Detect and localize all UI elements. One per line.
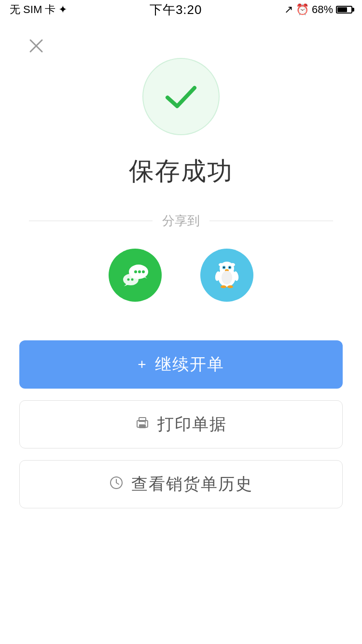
svg-point-16 (222, 271, 232, 284)
plus-icon: + (138, 356, 147, 373)
svg-point-6 (134, 270, 137, 273)
qq-share-button[interactable] (200, 249, 253, 302)
svg-point-18 (227, 285, 233, 288)
svg-point-14 (229, 266, 231, 268)
svg-rect-24 (139, 424, 146, 428)
checkmark-icon (162, 77, 200, 116)
view-history-button[interactable]: 查看销货单历史 (19, 460, 343, 508)
svg-point-7 (138, 270, 141, 273)
svg-point-8 (142, 270, 145, 273)
location-icon: ↗ (284, 3, 293, 16)
close-icon (28, 37, 45, 55)
sim-status: 无 SIM 卡 ✦ (10, 2, 67, 17)
status-bar: 无 SIM 卡 ✦ 下午3:20 ↗ ⏰ 68% (0, 0, 362, 19)
continue-order-label: 继续开单 (155, 353, 224, 376)
print-icon (135, 416, 150, 434)
success-indicator (142, 58, 220, 135)
alarm-icon: ⏰ (296, 3, 309, 16)
success-title: 保存成功 (129, 154, 233, 188)
print-receipt-label: 打印单据 (157, 413, 227, 435)
wechat-share-button[interactable] (109, 249, 162, 302)
battery-percent: 68% (312, 3, 333, 16)
qq-icon (212, 260, 241, 291)
svg-point-4 (131, 279, 134, 281)
svg-point-17 (221, 285, 226, 288)
status-bar-time: 下午3:20 (150, 1, 202, 18)
share-icons-row (109, 249, 253, 302)
share-label: 分享到 (153, 212, 209, 229)
close-button[interactable] (24, 34, 48, 58)
svg-point-13 (223, 266, 225, 268)
status-bar-left: 无 SIM 卡 ✦ (10, 2, 67, 17)
view-history-label: 查看销货单历史 (131, 473, 253, 495)
svg-point-3 (127, 279, 130, 281)
print-receipt-button[interactable]: 打印单据 (19, 400, 343, 448)
divider-right (209, 221, 333, 221)
action-buttons: + 继续开单 打印单据 查看销货单历史 (0, 340, 362, 508)
battery-icon (336, 6, 352, 14)
history-icon (109, 476, 124, 493)
continue-order-button[interactable]: + 继续开单 (19, 340, 343, 389)
status-bar-right: ↗ ⏰ 68% (284, 3, 352, 16)
divider-left (29, 221, 153, 221)
main-content: 保存成功 分享到 (0, 19, 362, 644)
wechat-icon (118, 258, 152, 292)
share-divider: 分享到 (0, 212, 362, 229)
svg-point-26 (145, 422, 146, 423)
